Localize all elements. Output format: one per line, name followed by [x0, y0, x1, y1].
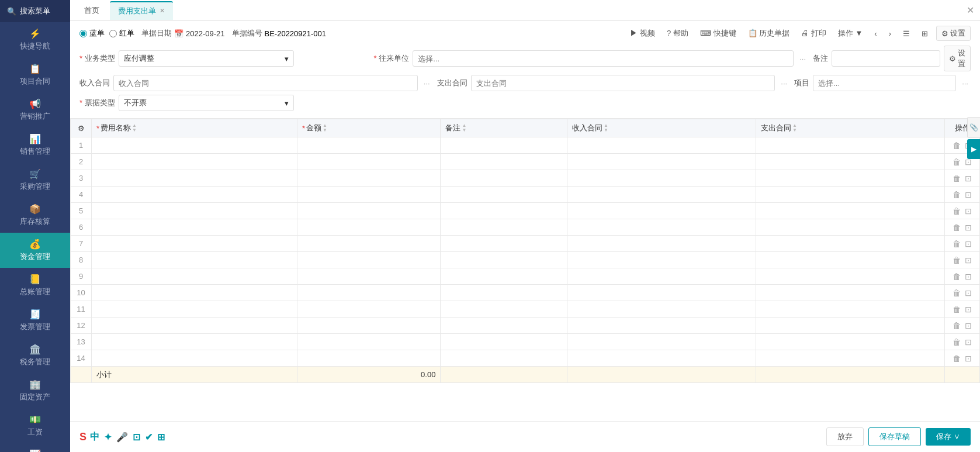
- cell-expense-contract-11[interactable]: [756, 301, 944, 318]
- project-dots[interactable]: ···: [960, 79, 971, 88]
- delete-icon-5[interactable]: 🗑: [953, 206, 961, 216]
- cell-expense-contract-10[interactable]: [756, 285, 944, 301]
- cell-expense-contract-12[interactable]: [756, 318, 944, 334]
- copy-icon-6[interactable]: ⊡: [965, 223, 972, 232]
- sidebar-item-ledger[interactable]: 📒总账管理: [0, 268, 70, 303]
- date-value[interactable]: 2022-09-21: [186, 29, 225, 38]
- copy-icon-11[interactable]: ⊡: [965, 305, 972, 314]
- nav-next-button[interactable]: ›: [885, 28, 895, 39]
- cell-expense-name-2[interactable]: [92, 154, 297, 170]
- view-list-button[interactable]: ☰: [899, 28, 913, 39]
- cell-expense-contract-14[interactable]: [756, 350, 944, 367]
- radio-blue[interactable]: 蓝单: [79, 28, 105, 39]
- footer-icon-check[interactable]: ✔: [145, 432, 153, 443]
- cell-note-8[interactable]: [441, 252, 567, 268]
- partner-dots-button[interactable]: ···: [797, 54, 808, 63]
- copy-icon-13[interactable]: ⊡: [965, 337, 972, 347]
- sidebar-item-fixed-assets[interactable]: 🏢固定资产: [0, 373, 70, 408]
- window-close-button[interactable]: ✕: [967, 5, 974, 16]
- sidebar-item-salary[interactable]: 💵工资: [0, 408, 70, 443]
- cell-income-contract-12[interactable]: [567, 318, 756, 334]
- radio-red[interactable]: 红单: [109, 28, 134, 39]
- sidebar-item-invoice[interactable]: 🧾发票管理: [0, 303, 70, 338]
- cell-expense-name-5[interactable]: [92, 203, 297, 219]
- cell-amount-14[interactable]: [297, 350, 440, 367]
- tab-expense-close[interactable]: ✕: [160, 7, 165, 15]
- col-header-amount[interactable]: * 金额 ▲▼: [297, 119, 440, 137]
- cell-expense-contract-13[interactable]: [756, 334, 944, 350]
- cell-expense-name-13[interactable]: [92, 334, 297, 350]
- cell-note-3[interactable]: [441, 170, 567, 187]
- cell-expense-contract-9[interactable]: [756, 268, 944, 285]
- cell-note-12[interactable]: [441, 318, 567, 334]
- cell-income-contract-4[interactable]: [567, 187, 756, 203]
- tab-expense[interactable]: 费用支出单✕: [110, 1, 173, 20]
- sidebar-item-purchase[interactable]: 🛒采购管理: [0, 163, 70, 198]
- cell-income-contract-8[interactable]: [567, 252, 756, 268]
- sidebar-item-operations[interactable]: 📈经营管理: [0, 443, 70, 452]
- cell-amount-5[interactable]: [297, 203, 440, 219]
- settings-button[interactable]: ⚙ 设置: [936, 26, 971, 41]
- cell-note-6[interactable]: [441, 219, 567, 236]
- footer-icon-box[interactable]: ⊡: [133, 432, 140, 443]
- col-header-note[interactable]: 备注 ▲▼: [441, 119, 567, 137]
- view-grid-button[interactable]: ⊞: [918, 28, 931, 39]
- footer-icon-zh[interactable]: 中: [90, 431, 99, 443]
- radio-blue-input[interactable]: [79, 30, 87, 37]
- cell-expense-contract-5[interactable]: [756, 203, 944, 219]
- col-header-expense-contract[interactable]: 支出合同 ▲▼: [756, 119, 944, 137]
- copy-icon-7[interactable]: ⊡: [965, 239, 972, 249]
- expense-contract-input[interactable]: [471, 75, 775, 91]
- cell-amount-8[interactable]: [297, 252, 440, 268]
- cell-income-contract-14[interactable]: [567, 350, 756, 367]
- cell-expense-contract-4[interactable]: [756, 187, 944, 203]
- copy-icon-4[interactable]: ⊡: [965, 190, 972, 199]
- delete-icon-4[interactable]: 🗑: [953, 190, 961, 199]
- cell-amount-10[interactable]: [297, 285, 440, 301]
- cell-amount-3[interactable]: [297, 170, 440, 187]
- sidebar-item-tax[interactable]: 🏛️税务管理: [0, 338, 70, 373]
- project-input[interactable]: [813, 75, 956, 91]
- cell-expense-name-10[interactable]: [92, 285, 297, 301]
- delete-icon-12[interactable]: 🗑: [953, 321, 961, 330]
- cell-amount-13[interactable]: [297, 334, 440, 350]
- side-tab-attach[interactable]: 📎: [967, 117, 980, 138]
- sidebar-search[interactable]: 🔍 搜索菜单: [0, 0, 70, 22]
- save-button[interactable]: 保存 ∨: [926, 428, 971, 446]
- note-settings-button[interactable]: ⚙ 设置: [944, 46, 971, 71]
- cell-income-contract-10[interactable]: [567, 285, 756, 301]
- more-actions-button[interactable]: 操作 ▼: [834, 27, 866, 40]
- cell-income-contract-1[interactable]: [567, 137, 756, 154]
- cell-income-contract-2[interactable]: [567, 154, 756, 170]
- copy-icon-10[interactable]: ⊡: [965, 288, 972, 298]
- cell-expense-contract-1[interactable]: [756, 137, 944, 154]
- cell-income-contract-13[interactable]: [567, 334, 756, 350]
- history-button[interactable]: 📋 历史单据: [744, 27, 794, 40]
- side-tab-expand[interactable]: ▶: [967, 139, 980, 159]
- cell-income-contract-7[interactable]: [567, 236, 756, 252]
- cell-note-2[interactable]: [441, 154, 567, 170]
- cell-expense-name-14[interactable]: [92, 350, 297, 367]
- cell-expense-name-7[interactable]: [92, 236, 297, 252]
- cell-expense-name-3[interactable]: [92, 170, 297, 187]
- cell-note-11[interactable]: [441, 301, 567, 318]
- cell-expense-name-11[interactable]: [92, 301, 297, 318]
- ticket-type-select[interactable]: 不开票 ▾: [119, 95, 294, 111]
- cell-expense-contract-2[interactable]: [756, 154, 944, 170]
- cell-note-9[interactable]: [441, 268, 567, 285]
- sidebar-item-marketing[interactable]: 📢营销推广: [0, 92, 70, 127]
- cell-note-10[interactable]: [441, 285, 567, 301]
- delete-icon-1[interactable]: 🗑: [953, 141, 961, 150]
- cell-note-5[interactable]: [441, 203, 567, 219]
- business-type-select[interactable]: 应付调整 ▾: [119, 50, 294, 67]
- footer-icon-dot[interactable]: ✦: [104, 432, 112, 443]
- cell-note-13[interactable]: [441, 334, 567, 350]
- cell-expense-name-1[interactable]: [92, 137, 297, 154]
- copy-icon-14[interactable]: ⊡: [965, 354, 972, 363]
- tab-home[interactable]: 首页: [76, 1, 108, 20]
- cell-amount-1[interactable]: [297, 137, 440, 154]
- sidebar-item-project-contract[interactable]: 📋项目合同: [0, 57, 70, 92]
- delete-icon-10[interactable]: 🗑: [953, 288, 961, 298]
- expense-contract-dots[interactable]: ···: [778, 79, 789, 88]
- cell-amount-2[interactable]: [297, 154, 440, 170]
